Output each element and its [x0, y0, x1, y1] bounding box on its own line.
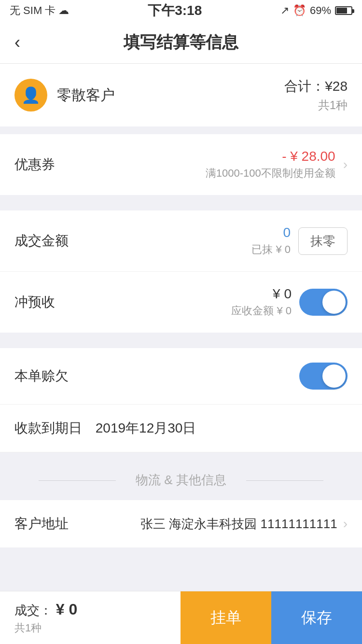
coupon-row[interactable]: 优惠券 - ¥ 28.00 满1000-100不限制使用金额 ›	[0, 134, 362, 195]
prepay-row: 冲预收 ¥ 0 应收金额 ¥ 0	[0, 272, 362, 333]
logistics-divider: 物流 & 其他信息	[0, 460, 362, 500]
address-value: 张三 海淀永丰科技园 11111111111	[140, 516, 337, 532]
bottom-bar: 成交： ¥ 0 共1种 挂单 保存	[0, 591, 362, 644]
battery-icon	[335, 6, 352, 15]
alarm-icon: ⏰	[293, 4, 306, 17]
bottom-deal-row: 成交： ¥ 0	[14, 601, 166, 619]
customer-count: 共1种	[284, 98, 348, 113]
arrears-section: 本单赊欠 收款到期日 2019年12月30日	[0, 348, 362, 452]
arrears-right	[299, 363, 348, 390]
save-label: 保存	[301, 607, 332, 629]
separator-1	[0, 203, 362, 210]
sim-text: 无 SIM 卡 ☁	[10, 3, 69, 18]
deal-amount-row: 成交金额 已抹 ¥ 0 抹零	[0, 210, 362, 272]
prepay-toggle[interactable]	[299, 289, 348, 316]
bottom-deal-amount: ¥ 0	[56, 601, 77, 618]
prepay-amount: ¥ 0	[231, 286, 292, 302]
avatar-icon: 👤	[21, 86, 41, 104]
bottom-deal-label: 成交：	[14, 603, 52, 617]
status-right: ↗ ⏰ 69%	[280, 4, 352, 17]
customer-avatar: 👤	[14, 79, 47, 112]
arrears-toggle-knob	[322, 364, 346, 388]
hang-button[interactable]: 挂单	[181, 591, 271, 644]
deal-amount-right: 已抹 ¥ 0 抹零	[251, 225, 348, 257]
hang-label: 挂单	[210, 607, 241, 629]
nav-bar: ‹ 填写结算等信息	[0, 21, 362, 64]
coupon-chevron: ›	[343, 157, 348, 172]
logistics-divider-label: 物流 & 其他信息	[136, 473, 226, 487]
deal-rounding-text: 已抹 ¥ 0	[251, 242, 291, 257]
bottom-buttons: 挂单 保存	[181, 591, 362, 644]
address-label: 客户地址	[14, 515, 72, 533]
prepay-sub: 应收金额 ¥ 0	[231, 304, 292, 318]
arrears-label: 本单赊欠	[14, 367, 72, 385]
page-title: 填写结算等信息	[124, 31, 238, 54]
customer-name: 零散客户	[57, 85, 115, 105]
coupon-section: 优惠券 - ¥ 28.00 满1000-100不限制使用金额 ›	[0, 134, 362, 195]
deal-amount-input[interactable]	[252, 225, 291, 240]
customer-total: 合计：¥28	[284, 77, 348, 96]
address-chevron: ›	[343, 516, 348, 532]
coupon-right: - ¥ 28.00 满1000-100不限制使用金额 ›	[206, 149, 348, 181]
deal-amount-label: 成交金额	[14, 232, 72, 250]
due-date-label: 收款到期日	[14, 420, 82, 435]
prepay-toggle-wrap	[299, 289, 348, 316]
content-area: 👤 零散客户 合计：¥28 共1种 优惠券 - ¥ 28.00 满1000-10…	[0, 64, 362, 644]
due-date-row[interactable]: 收款到期日 2019年12月30日	[0, 405, 362, 452]
prepay-toggle-knob	[322, 291, 346, 314]
address-row[interactable]: 客户地址 张三 海淀永丰科技园 11111111111 ›	[0, 500, 362, 547]
arrears-toggle-wrap	[299, 363, 348, 390]
status-time: 下午3:18	[148, 1, 202, 20]
bottom-info: 成交： ¥ 0 共1种	[0, 601, 181, 635]
arrears-row: 本单赊欠	[0, 348, 362, 405]
coupon-discount: - ¥ 28.00	[206, 149, 335, 164]
arrears-toggle[interactable]	[299, 363, 348, 390]
coupon-label: 优惠券	[14, 155, 72, 174]
round-zero-button[interactable]: 抹零	[298, 227, 348, 255]
location-icon: ↗	[280, 4, 289, 17]
back-button[interactable]: ‹	[14, 32, 20, 53]
coupon-desc: 满1000-100不限制使用金额	[206, 166, 335, 181]
customer-left: 👤 零散客户	[14, 79, 115, 112]
address-section: 客户地址 张三 海淀永丰科技园 11111111111 ›	[0, 500, 362, 547]
customer-row[interactable]: 👤 零散客户 合计：¥28 共1种	[0, 64, 362, 126]
separator-2	[0, 340, 362, 348]
status-left: 无 SIM 卡 ☁	[10, 3, 69, 18]
deal-section: 成交金额 已抹 ¥ 0 抹零 冲预收 ¥ 0 应收金额 ¥ 0	[0, 210, 362, 333]
save-button[interactable]: 保存	[271, 591, 362, 644]
status-bar: 无 SIM 卡 ☁ 下午3:18 ↗ ⏰ 69%	[0, 0, 362, 21]
prepay-label: 冲预收	[14, 293, 72, 311]
bottom-count: 共1种	[14, 621, 166, 635]
bottom-padding	[0, 555, 362, 594]
battery-text: 69%	[310, 4, 331, 17]
due-date-value: 2019年12月30日	[96, 420, 196, 435]
customer-right: 合计：¥28 共1种	[284, 77, 348, 113]
prepay-right: ¥ 0 应收金额 ¥ 0	[231, 286, 348, 318]
